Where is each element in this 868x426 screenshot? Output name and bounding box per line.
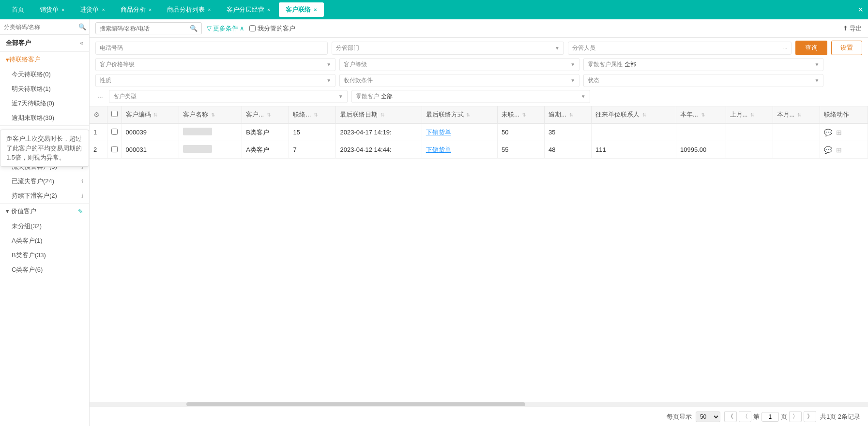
cell-uncontacted-2: 55 (498, 141, 545, 159)
prev-page-btn[interactable]: 〈 (739, 411, 751, 422)
sidebar-item-tomorrow[interactable]: 明天待联络(1) (0, 82, 89, 96)
col-name: 客户名称 ⇅ (179, 106, 242, 123)
row-checkbox-2[interactable] (111, 146, 118, 152)
sort-this-year-icon[interactable]: ⇅ (701, 112, 705, 118)
filter-row-3: 性质 ▼ 收付款条件 ▼ 状态 ▼ (95, 74, 862, 87)
sort-uncontacted-icon[interactable]: ⇅ (522, 112, 526, 118)
last-method-link-1[interactable]: 下销货单 (426, 129, 451, 136)
dept-dropdown-icon: ▼ (555, 45, 560, 51)
nav-item-purchase[interactable]: 进货单 × (73, 2, 111, 17)
col-settings: ⚙ (90, 106, 107, 123)
more-conditions-btn[interactable]: ▽ 更多条件 ∧ (207, 24, 244, 33)
col-uncontacted: 未联... ⇅ (498, 106, 545, 123)
cust-type-field[interactable]: 客户类型 ▼ (109, 90, 348, 103)
first-page-btn[interactable]: 《 (724, 411, 737, 422)
sidebar-search-icon[interactable]: 🔍 (78, 23, 86, 30)
sidebar-item-class-b[interactable]: B类客户(33) (0, 248, 89, 263)
pending-contact-triangle: ▾ (6, 56, 9, 63)
top-nav: 首页 销货单 × 进货单 × 商品分析 × 商品分析列表 × 客户分层经营 × … (0, 0, 868, 19)
select-all-checkbox[interactable] (111, 111, 118, 117)
horizontal-scrollbar[interactable] (90, 402, 868, 407)
cell-last-month-1 (726, 123, 773, 141)
sidebar-item-7days[interactable]: 近7天待联络(0) (0, 96, 89, 111)
filter-row-2: 客户价格等级 ▼ 客户等级 ▼ 零散客户属性 全部 ▼ (95, 58, 862, 71)
person-field[interactable]: 分管人员 ··· (568, 42, 792, 55)
sidebar-item-overdue[interactable]: 逾期未联络(30) (0, 111, 89, 125)
settings-icon[interactable]: ⚙ (93, 111, 100, 118)
set-button[interactable]: 设置 (831, 41, 862, 55)
next-page-btn[interactable]: 〉 (789, 411, 802, 422)
sidebar-item-class-a[interactable]: A类客户(1) (0, 234, 89, 248)
sort-last-method-icon[interactable]: ⇅ (466, 112, 470, 118)
chat-icon-2[interactable]: 💬 (824, 146, 832, 154)
sidebar-item-ungrouped[interactable]: 未分组(32) (0, 219, 89, 234)
close-sales-icon[interactable]: × (61, 7, 64, 13)
search-icon[interactable]: 🔍 (190, 25, 198, 32)
per-page-select[interactable]: 50 100 200 (696, 411, 720, 422)
nav-item-sales[interactable]: 销货单 × (33, 2, 71, 17)
row-checkbox-1[interactable] (111, 129, 118, 135)
nav-item-product-analysis[interactable]: 商品分析 × (114, 2, 158, 17)
sidebar-item-declining[interactable]: 持续下滑客户(2) ℹ (0, 189, 89, 203)
filter-row-4: ··· 客户类型 ▼ 零散客户 全部 ▼ (95, 90, 862, 103)
retail-attr-field[interactable]: 零散客户属性 全部 ▼ (583, 58, 823, 71)
sort-last-date-icon[interactable]: ⇅ (381, 112, 384, 118)
pending-contact-header[interactable]: ▾ 待联络客户 (0, 52, 89, 67)
dept-field[interactable]: 分管部门 ▼ (332, 42, 564, 55)
close-product-analysis-icon[interactable]: × (149, 7, 152, 13)
grade-field[interactable]: 客户等级 ▼ (339, 58, 579, 71)
last-page-btn[interactable]: 》 (804, 411, 816, 422)
collapse-icon[interactable]: « (80, 40, 83, 46)
pay-field[interactable]: 收付款条件 ▼ (339, 74, 579, 87)
my-customers-checkbox[interactable] (249, 25, 256, 31)
sort-contact-person-icon[interactable]: ⇅ (642, 112, 646, 118)
nav-item-home[interactable]: 首页 (5, 2, 31, 17)
nav-item-customer-tier[interactable]: 客户分层经营 × (220, 2, 277, 17)
sidebar-item-churned[interactable]: 已流失客户(24) ℹ (0, 174, 89, 189)
close-customer-contact-icon[interactable]: × (314, 7, 317, 13)
sidebar-item-class-c[interactable]: C类客户(6) (0, 263, 89, 277)
query-button[interactable]: 查询 (795, 41, 827, 55)
filter-row-1: 电话号码 分管部门 ▼ 分管人员 ··· 查询 设置 (95, 41, 862, 55)
grid-icon-2[interactable]: ⊞ (836, 146, 842, 154)
sidebar-item-today[interactable]: 今天待联络(0) (0, 67, 89, 82)
total-label: 共1页 2条记录 (820, 412, 860, 421)
export-button[interactable]: ⬆ 导出 (843, 24, 862, 33)
nav-item-product-list[interactable]: 商品分析列表 × (160, 2, 217, 17)
chat-icon-1[interactable]: 💬 (824, 129, 832, 136)
close-purchase-icon[interactable]: × (102, 7, 105, 13)
window-close-icon[interactable]: × (858, 5, 863, 15)
sort-last-month-icon[interactable]: ⇅ (750, 112, 754, 118)
my-customers-filter[interactable]: 我分管的客户 (249, 24, 295, 33)
sidebar-search-input[interactable] (4, 24, 76, 30)
close-product-list-icon[interactable]: × (208, 7, 211, 13)
phone-field[interactable]: 电话号码 (95, 42, 328, 55)
value-customers-header[interactable]: ▾ 价值客户 ✎ (0, 203, 89, 219)
retail-field[interactable]: 零散客户 全部 ▼ (351, 90, 590, 103)
sort-grade-icon[interactable]: ⇅ (267, 112, 271, 118)
scrollbar-thumb[interactable] (186, 402, 525, 406)
filter-bar: 🔍 ▽ 更多条件 ∧ 我分管的客户 ⬆ 导出 (90, 19, 868, 38)
sort-contacts-icon[interactable]: ⇅ (314, 112, 318, 118)
sort-code-icon[interactable]: ⇅ (153, 112, 157, 118)
more-dots-btn[interactable]: ··· (97, 93, 103, 101)
page-input[interactable] (761, 412, 779, 422)
sort-overdue-icon[interactable]: ⇅ (569, 112, 573, 118)
sort-this-month-icon[interactable]: ⇅ (797, 112, 801, 118)
last-method-link-2[interactable]: 下销货单 (426, 146, 451, 153)
search-input[interactable] (100, 25, 187, 32)
close-customer-tier-icon[interactable]: × (267, 7, 270, 13)
sort-name-icon[interactable]: ⇅ (211, 112, 215, 118)
price-grade-field[interactable]: 客户价格等级 ▼ (95, 58, 335, 71)
edit-value-icon[interactable]: ✎ (78, 208, 83, 215)
gender-field[interactable]: 性质 ▼ (95, 74, 335, 87)
status-field[interactable]: 状态 ▼ (583, 74, 823, 87)
col-checkbox (107, 106, 122, 123)
price-grade-dropdown-icon: ▼ (326, 62, 331, 67)
nav-item-customer-contact[interactable]: 客户联络 × (279, 2, 323, 17)
filter-icon: ▽ (207, 25, 212, 32)
cell-contacts-2: 7 (289, 141, 336, 159)
pending-contact-group: ▾ 待联络客户 今天待联络(0) 明天待联络(1) 近7天待联络(0) 逾期未联… (0, 52, 89, 126)
cell-last-month-2 (726, 141, 773, 159)
grid-icon-1[interactable]: ⊞ (836, 129, 842, 136)
